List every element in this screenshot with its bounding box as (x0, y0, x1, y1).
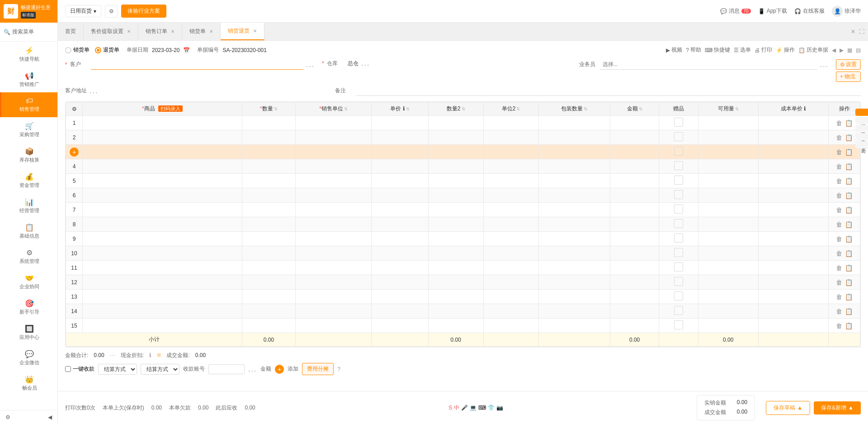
row-qty2[interactable] (428, 145, 483, 159)
row-amount[interactable] (610, 304, 659, 319)
row-qty2[interactable] (428, 319, 483, 333)
row-qty[interactable] (242, 275, 296, 290)
history-button[interactable]: 📋 历史单据 (798, 46, 828, 54)
calc-method-select[interactable]: 结算方式 (141, 364, 179, 375)
row-price[interactable] (372, 116, 428, 130)
row-cost-price[interactable] (758, 159, 828, 174)
row-gift[interactable] (659, 275, 698, 290)
row-qty2[interactable] (428, 261, 483, 275)
row-available[interactable] (698, 130, 758, 145)
gift-checkbox[interactable] (674, 233, 683, 243)
delete-icon[interactable]: 🗑 (836, 293, 842, 300)
row-qty[interactable] (242, 116, 296, 130)
row-price[interactable] (372, 159, 428, 174)
sidebar-item-shortcut[interactable]: ⚡ 快捷导航 (0, 42, 57, 67)
tab-close-sale-order[interactable]: ✕ (171, 29, 175, 34)
row-amount[interactable] (610, 217, 659, 232)
row-available[interactable] (698, 319, 758, 333)
row-qty[interactable] (242, 319, 296, 333)
row-pkg-qty[interactable] (538, 217, 610, 232)
copy-icon[interactable]: 📋 (845, 235, 853, 243)
row-qty2[interactable] (428, 116, 483, 130)
row-qty2[interactable] (428, 203, 483, 217)
row-pkg-qty[interactable] (538, 304, 610, 319)
online-service-button[interactable]: 🎧 在线客服 (794, 7, 825, 15)
sidebar-item-newbie[interactable]: 🎯 新手引导 (0, 295, 57, 320)
row-unit[interactable] (295, 130, 371, 145)
row-qty2[interactable] (428, 275, 483, 290)
row-unit[interactable] (295, 116, 371, 130)
sidebar-item-system[interactable]: ⚙ 系统管理 (0, 244, 57, 269)
row-qty2[interactable] (428, 159, 483, 174)
row-unit[interactable] (295, 145, 371, 159)
sidebar-item-wechat[interactable]: 💬 企业微信 (0, 345, 57, 371)
help-button[interactable]: ? 帮助 (686, 46, 701, 54)
row-amount[interactable] (610, 174, 659, 188)
delete-icon[interactable]: 🗑 (836, 221, 842, 228)
row-qty2[interactable] (428, 188, 483, 203)
row-cost-price[interactable] (758, 188, 828, 203)
tab-close-sale-goods[interactable]: ✕ (209, 29, 213, 34)
row-pkg-qty[interactable] (538, 203, 610, 217)
delete-icon[interactable]: 🗑 (836, 134, 842, 141)
right-btn-attach[interactable]: 附件 (855, 125, 868, 132)
right-btn-history[interactable]: 历史 (855, 141, 868, 148)
row-product[interactable] (83, 232, 242, 246)
gift-checkbox[interactable] (674, 190, 683, 199)
row-cost-price[interactable] (758, 217, 828, 232)
row-available[interactable] (698, 188, 758, 203)
row-unit2[interactable] (483, 232, 538, 246)
row-price[interactable] (372, 174, 428, 188)
row-unit[interactable] (295, 319, 371, 333)
gift-checkbox[interactable] (674, 262, 683, 272)
gift-checkbox[interactable] (674, 118, 683, 127)
row-pkg-qty[interactable] (538, 290, 610, 304)
th-settings[interactable]: ⚙ (66, 102, 83, 116)
row-qty[interactable] (242, 261, 296, 275)
row-amount[interactable] (610, 188, 659, 203)
row-gift[interactable] (659, 246, 698, 261)
address-dots[interactable]: ... (90, 87, 98, 95)
row-product[interactable] (83, 275, 242, 290)
row-amount[interactable] (610, 203, 659, 217)
delete-icon[interactable]: 🗑 (836, 192, 842, 199)
row-price[interactable] (372, 246, 428, 261)
row-unit2[interactable] (483, 188, 538, 203)
row-unit2[interactable] (483, 145, 538, 159)
maximize-icon[interactable]: ⛶ (859, 29, 864, 35)
customer-input[interactable] (91, 59, 303, 70)
row-cost-price[interactable] (758, 304, 828, 319)
experience-button[interactable]: 体验行业方案 (121, 5, 166, 18)
print-button[interactable]: 🖨 打印 (755, 46, 772, 54)
radio-sale[interactable]: 销货单 (65, 46, 90, 54)
copy-icon[interactable]: 📋 (845, 308, 853, 315)
row-unit[interactable] (295, 246, 371, 261)
copy-icon[interactable]: 📋 (845, 148, 853, 156)
row-cost-price[interactable] (758, 246, 828, 261)
customer-dots[interactable]: ... (306, 61, 315, 69)
row-qty[interactable] (242, 217, 296, 232)
delete-icon[interactable]: 🗑 (836, 264, 842, 272)
row-pkg-qty[interactable] (538, 232, 610, 246)
row-available[interactable] (698, 232, 758, 246)
row-unit[interactable] (295, 290, 371, 304)
sidebar-item-marketing[interactable]: 📢 营销推广 (0, 67, 57, 92)
row-unit[interactable] (295, 203, 371, 217)
row-gift[interactable] (659, 174, 698, 188)
row-product[interactable] (83, 203, 242, 217)
staff-input[interactable] (600, 59, 817, 70)
row-qty[interactable] (242, 290, 296, 304)
add-row-button[interactable]: + (70, 148, 79, 157)
row-unit[interactable] (295, 159, 371, 174)
row-qty[interactable] (242, 130, 296, 145)
row-pkg-qty[interactable] (538, 130, 610, 145)
row-available[interactable] (698, 174, 758, 188)
row-price[interactable] (372, 217, 428, 232)
row-unit[interactable] (295, 304, 371, 319)
industry-select[interactable]: 日用百货 ▾ (65, 5, 101, 17)
select-order-button[interactable]: ☰ 选单 (734, 46, 751, 54)
row-pkg-qty[interactable] (538, 261, 610, 275)
settlement-method-select[interactable]: 结算方式 (98, 364, 137, 375)
row-product[interactable] (83, 217, 242, 232)
row-amount[interactable] (610, 145, 659, 159)
